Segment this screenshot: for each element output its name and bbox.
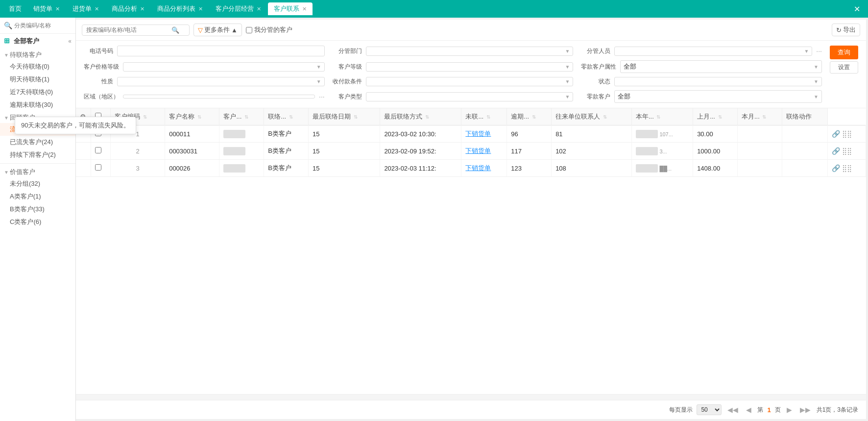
sidebar-item-class-c[interactable]: C类客户(6) [0,216,75,228]
nav-tab-product-list[interactable]: 商品分析列表 ✕ [151,2,209,15]
filter-input-phone[interactable] [117,46,325,56]
filter-select-retail-customer[interactable]: 全部 ▼ [614,90,822,103]
filter-more-region[interactable]: ··· [319,93,325,100]
arrow-pending: ▼ [4,52,9,58]
filter-select-retail-attr[interactable]: 全部 ▼ [620,60,822,73]
sidebar-item-class-b[interactable]: B类客户(33) [0,203,75,216]
close-customer-contact-tab[interactable]: ✕ [302,6,307,12]
sort-last-method-icon[interactable]: ⇅ [425,114,429,120]
filter-select-nature[interactable]: ▼ [117,77,325,86]
row-last-date: 2023-03-02 10:30: [380,125,461,143]
filter-label-retail-attr: 零款客户属性 [581,63,616,71]
search-input[interactable] [86,26,169,33]
action-more-icon[interactable]: ⣿⣿ [842,130,852,138]
table-container: ⚙ 客户编码 ⇅ 客户名称 ⇅ [76,108,866,394]
row-contact-person: ████ 107... [631,125,693,143]
close-customer-layer-tab[interactable]: ✕ [257,6,261,12]
sidebar-item-declining[interactable]: 持续下滑客户(2) [0,149,75,161]
nav-tab-sales[interactable]: 销货单 ✕ [27,2,66,15]
nav-home[interactable]: 首页 [4,2,26,15]
row-type: B类客户 [264,160,309,177]
close-product-list-tab[interactable]: ✕ [198,6,203,12]
payment-arrow-icon: ▼ [565,79,570,84]
sort-code-icon[interactable]: ⇅ [143,114,147,120]
search-icon[interactable]: 🔍 [171,26,179,34]
sort-last-date-icon[interactable]: ⇅ [354,114,358,120]
action-link-icon[interactable]: 🔗 [832,164,840,172]
settings-button[interactable]: 设置 [830,61,858,74]
sort-this-year-icon[interactable]: ⇅ [656,114,660,120]
horizontal-scrollbar[interactable] [76,394,866,400]
row-last-method[interactable]: 下销货单 [461,160,507,177]
filter-field-phone: 电话号码 [84,46,325,56]
row-gear [76,160,91,177]
nav-tab-purchase[interactable]: 进货单 ✕ [67,2,105,15]
close-product-analysis-tab[interactable]: ✕ [140,6,145,12]
row-gear [76,143,91,160]
sort-no-contact-icon[interactable]: ⇅ [486,114,490,120]
query-button[interactable]: 查询 [830,46,858,59]
last-page-button[interactable]: ▶▶ [798,405,813,415]
row-last-method[interactable]: 下销货单 [461,125,507,143]
filter-select-status[interactable]: ▼ [614,77,822,86]
export-button[interactable]: ↻ 导出 [832,24,860,36]
sort-this-month-icon[interactable]: ⇅ [762,114,766,120]
sidebar-item-7days-contact[interactable]: 近7天待联络(0) [0,86,75,99]
sort-overdue-icon[interactable]: ⇅ [532,114,536,120]
close-purchase-tab[interactable]: ✕ [95,6,99,12]
nav-tab-customer-layer[interactable]: 客户分层经营 ✕ [210,2,267,15]
sidebar-item-class-a[interactable]: A类客户(1) [0,190,75,203]
row-type: B类客户 [264,125,309,143]
row-select-checkbox[interactable] [95,164,101,171]
row-select-checkbox[interactable] [95,147,101,153]
table-row: 2 00030031 ████ B类客户 15 2023-02-09 19:52… [76,143,866,160]
filter-select-price-level[interactable]: ▼ [123,62,325,72]
action-more-icon[interactable]: ⣿⣿ [842,147,852,155]
sidebar-item-tomorrow-contact[interactable]: 明天待联络(1) [0,73,75,86]
col-no-contact: 未联... ⇅ [461,108,507,125]
nav-tab-product-analysis[interactable]: 商品分析 ✕ [106,2,150,15]
sidebar-group-value[interactable]: ▼ 价值客户 [0,166,75,177]
action-more-icon[interactable]: ⣿⣿ [842,164,852,172]
sort-type-icon[interactable]: ⇅ [244,114,248,120]
nav-tab-customer-contact[interactable]: 客户联系 ✕ [268,2,313,15]
row-type: B类客户 [264,143,309,160]
all-customers-header[interactable]: ⊞ 全部客户 « [0,34,75,49]
row-action: 🔗 ⣿⣿ [827,160,866,177]
sidebar-group-pending[interactable]: ▼ 待联络客户 [0,49,75,60]
sort-last-month-icon[interactable]: ⇅ [718,114,722,120]
filter-select-payment[interactable]: ▼ [366,77,574,86]
prev-page-button[interactable]: ◀ [744,405,753,415]
page-label: 第 [757,406,763,414]
sidebar-item-unclassified[interactable]: 未分组(32) [0,177,75,190]
sidebar-item-already-churned[interactable]: 已流失客户(24) [0,136,75,149]
row-last-method[interactable]: 下销货单 [461,143,507,160]
sidebar-item-overdue-contact[interactable]: 逾期未联络(30) [0,99,75,111]
filter-select-manager[interactable]: ▼ [614,47,812,56]
action-link-icon[interactable]: 🔗 [832,130,840,138]
filter-select-region[interactable] [123,95,315,99]
filter-field-customer-level: 客户等级 ▼ [333,62,574,72]
sort-contact-icon[interactable]: ⇅ [289,114,293,120]
my-customers-checkbox-label[interactable]: 我分管的客户 [246,25,292,34]
row-this-year: 30.00 [693,125,738,143]
my-customers-checkbox[interactable] [246,27,252,33]
filter-label-dept: 分管部门 [333,47,362,55]
window-close-button[interactable]: ✕ [850,2,864,16]
sidebar-search-input[interactable] [14,22,76,29]
sort-name-icon[interactable]: ⇅ [197,114,201,120]
action-link-icon[interactable]: 🔗 [832,147,840,155]
sort-contact-person-icon[interactable]: ⇅ [603,114,607,120]
filter-select-customer-level[interactable]: ▼ [366,62,574,72]
close-sales-tab[interactable]: ✕ [55,6,60,12]
first-page-button[interactable]: ◀◀ [725,405,740,415]
per-page-select[interactable]: 50 100 200 [697,404,722,415]
filter-more-manager[interactable]: ··· [816,47,822,55]
sidebar-item-today-contact[interactable]: 今天待联络(0) [0,60,75,73]
customer-table: ⚙ 客户编码 ⇅ 客户名称 ⇅ [76,108,866,177]
filter-button[interactable]: ▽ 更多条件 ▲ [193,24,242,36]
next-page-button[interactable]: ▶ [785,405,794,415]
collapse-sidebar-icon[interactable]: « [68,38,72,45]
filter-select-dept[interactable]: ▼ [366,47,574,56]
filter-select-customer-type[interactable]: ▼ [366,92,574,101]
